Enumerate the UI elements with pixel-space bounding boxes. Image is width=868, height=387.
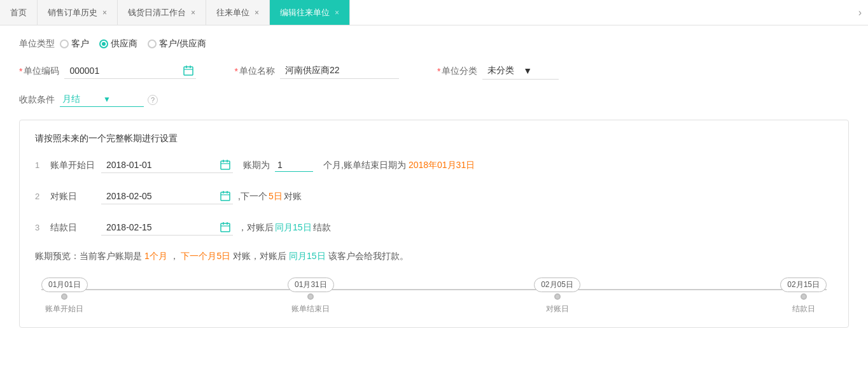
timeline-dot-1: [61, 293, 67, 300]
unit-name-input[interactable]: [285, 66, 396, 76]
unit-type-label: 单位类型: [19, 38, 55, 50]
preview-part2: 下一个月5日: [181, 251, 230, 261]
row3-desc-suffix: 结款: [313, 222, 331, 234]
row1-desc-prefix: 账期为: [243, 160, 270, 171]
preview-text: 账期预览：当前客户账期是 1个月 ， 下一个月5日 对账，对账后 同月15日 该…: [35, 251, 833, 262]
row1-cal-icon[interactable]: [220, 160, 230, 170]
tab-sales-history-close[interactable]: ×: [102, 8, 107, 17]
timeline-label-1: 账单开始日: [45, 304, 83, 314]
timeline-point-3: 02月05日 对账日: [534, 278, 580, 314]
tab-partner-label: 往来单位: [216, 7, 249, 18]
row1-desc-suffix: 个月,账单结束日期为: [323, 160, 406, 171]
collect-condition-label: 收款条件: [19, 94, 55, 106]
tab-partner-close[interactable]: ×: [255, 8, 259, 17]
row1-period-input[interactable]: [275, 158, 313, 171]
row3-date-input[interactable]: [106, 222, 218, 232]
timeline-bubble-2: 01月31日: [288, 278, 334, 292]
radio-both[interactable]: 客户/供应商: [148, 38, 206, 50]
collect-condition-value: 月结: [62, 94, 101, 105]
svg-rect-0: [184, 67, 193, 75]
unit-code-field: * 单位编码: [19, 63, 196, 79]
preview-part1: 1个月: [144, 251, 167, 261]
preview-sep2: 对账，对账后: [233, 251, 286, 261]
unit-type-radio-group: 客户 供应商 客户/供应商: [60, 38, 206, 50]
timeline-dot-3: [554, 293, 561, 300]
svg-rect-12: [221, 223, 230, 232]
collect-condition-row: 收款条件 月结 ▼ ?: [19, 92, 849, 107]
unit-category-field: * 单位分类 未分类 ▼: [437, 62, 559, 80]
collect-condition-field: 收款条件 月结 ▼ ?: [19, 92, 158, 107]
radio-supplier-label: 供应商: [111, 38, 137, 50]
unit-code-input-wrapper: [64, 63, 196, 79]
reconcile-row: 2 对账日 ,下一个 5日 对账: [35, 188, 833, 204]
unit-name-required: *: [234, 66, 237, 76]
radio-both-label: 客户/供应商: [159, 38, 206, 50]
collect-condition-dropdown[interactable]: 月结 ▼: [60, 92, 144, 107]
row1-num: 1: [35, 160, 50, 170]
row3-cal-icon[interactable]: [220, 222, 230, 232]
row3-label: 结款日: [50, 222, 101, 234]
timeline-point-2: 01月31日 账单结束日: [288, 278, 334, 314]
row2-date-input[interactable]: [106, 191, 218, 201]
unit-name-label: 单位名称: [239, 66, 275, 77]
tabs-bar: 首页 销售订单历史 × 钱货日清工作台 × 往来单位 × 编辑往来单位 × ›: [0, 0, 868, 25]
tab-edit-partner-label: 编辑往来单位: [280, 7, 330, 18]
tab-home[interactable]: 首页: [0, 0, 38, 25]
row2-cal-icon[interactable]: [220, 191, 230, 201]
unit-type-field: 单位类型 客户 供应商 客户/供应商: [19, 38, 206, 50]
row3-date-wrapper: [101, 220, 233, 236]
timeline-bubble-4: 02月15日: [780, 278, 827, 292]
preview-sep1: ，: [170, 251, 179, 261]
tab-edit-partner-close[interactable]: ×: [335, 8, 339, 17]
row1-label: 账单开始日: [50, 160, 101, 171]
tab-partner[interactable]: 往来单位 ×: [206, 0, 270, 25]
timeline: 01月01日 账单开始日 01月31日 账单结束日 02月05日 对账日: [41, 278, 827, 314]
tab-cash-work-close[interactable]: ×: [191, 8, 195, 17]
radio-customer-label: 客户: [71, 38, 89, 50]
unit-name-input-wrapper: [280, 63, 399, 79]
preview-part3: 同月15日: [289, 251, 326, 261]
row3-num: 3: [35, 223, 50, 232]
unit-name-field: * 单位名称: [234, 63, 398, 79]
radio-supplier[interactable]: 供应商: [99, 38, 137, 50]
tab-cash-work[interactable]: 钱货日清工作台 ×: [118, 0, 206, 25]
row2-desc-suffix: 对账: [284, 191, 302, 202]
tabs-expand-button[interactable]: ›: [852, 0, 868, 25]
radio-both-circle: [148, 39, 157, 48]
timeline-label-4: 结款日: [792, 304, 815, 314]
svg-rect-4: [221, 161, 230, 169]
bill-start-row: 1 账单开始日 账期为 个月,账单结束日期为 2018年01月31日: [35, 157, 833, 173]
tab-sales-history[interactable]: 销售订单历史 ×: [38, 0, 118, 25]
unit-category-label: 单位分类: [442, 66, 477, 77]
unit-code-required: *: [19, 66, 22, 76]
tab-cash-work-label: 钱货日清工作台: [128, 7, 186, 18]
timeline-dot-4: [801, 293, 807, 300]
timeline-label-2: 账单结束日: [291, 304, 330, 314]
tab-home-label: 首页: [10, 7, 27, 18]
unit-category-arrow: ▼: [523, 66, 556, 76]
row2-highlight: 5日: [269, 191, 283, 202]
unit-code-input[interactable]: [69, 66, 181, 76]
radio-customer-circle: [60, 39, 69, 48]
radio-customer[interactable]: 客户: [60, 38, 89, 50]
collect-condition-help[interactable]: ?: [148, 95, 158, 105]
collect-condition-arrow: ▼: [103, 95, 141, 104]
row1-highlight: 2018年01月31日: [409, 160, 475, 171]
row2-desc-prefix: ,下一个: [238, 191, 267, 202]
timeline-point-4: 02月15日 结款日: [780, 278, 827, 314]
timeline-bubble-3: 02月05日: [534, 278, 580, 292]
unit-category-required: *: [437, 66, 440, 76]
unit-code-icon[interactable]: [183, 66, 193, 76]
row1-date-input[interactable]: [106, 160, 218, 170]
timeline-point-1: 01月01日 账单开始日: [41, 278, 88, 314]
payment-row: 3 结款日 ，对账后 同月15日 结款: [35, 220, 833, 236]
row2-label: 对账日: [50, 191, 101, 202]
timeline-line: [41, 289, 827, 290]
unit-code-label: 单位编码: [24, 66, 59, 77]
radio-supplier-circle: [99, 39, 108, 48]
tab-edit-partner[interactable]: 编辑往来单位 ×: [270, 0, 350, 25]
content-area: 单位类型 客户 供应商 客户/供应商 * 单位编码: [0, 25, 868, 387]
section-title: 请按照未来的一个完整帐期进行设置: [35, 133, 833, 144]
row1-date-wrapper: [101, 157, 233, 173]
unit-category-dropdown[interactable]: 未分类 ▼: [482, 62, 559, 80]
